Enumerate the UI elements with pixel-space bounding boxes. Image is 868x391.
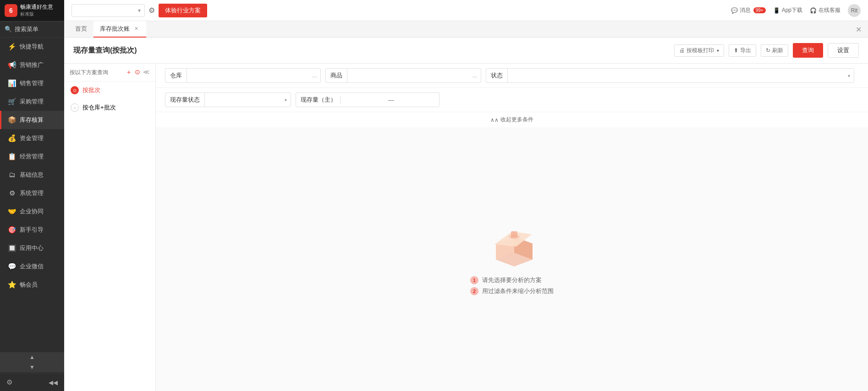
scheme-active-icon: ⊙ [71, 86, 79, 94]
stock-qty-field[interactable]: 现存量（主） — [296, 92, 439, 107]
sidebar-scroll-up[interactable]: ▲ [0, 352, 64, 362]
tab-close-icon[interactable]: ✕ [132, 25, 140, 33]
app-subtitle: 标准版 [20, 11, 53, 17]
sidebar-item-enterprise[interactable]: 🤝 企业协同 [0, 202, 64, 221]
sidebar-item-label: 基础信息 [20, 171, 44, 179]
product-filter-field[interactable]: 商品 ... [325, 68, 481, 83]
guide-icon: 🎯 [8, 226, 16, 234]
add-scheme-icon[interactable]: ＋ [126, 68, 132, 76]
empty-svg [489, 223, 539, 269]
app-download-btn[interactable]: 📱 App下载 [773, 6, 802, 14]
stock-status-field[interactable]: 现存量状态 ▾ [165, 92, 291, 107]
customer-service-btn[interactable]: 🎧 在线客服 [810, 6, 841, 14]
query-button[interactable]: 查询 [793, 43, 823, 58]
operation-icon: 📋 [8, 152, 16, 161]
sidebar-item-app-center[interactable]: 🔲 应用中心 [0, 239, 64, 257]
sidebar-item-label: 采购管理 [20, 98, 44, 106]
refresh-label: 刷新 [772, 47, 783, 54]
sidebar-item-sales[interactable]: 📊 销售管理 [0, 74, 64, 92]
sidebar-item-inventory[interactable]: 📦 库存核算 [0, 111, 64, 129]
scheme-by-batch[interactable]: ⊙ 按批次 [64, 81, 155, 99]
dropdown-arrow-icon: ▾ [138, 7, 141, 14]
sidebar-item-finance[interactable]: 💰 资金管理 [0, 129, 64, 147]
messages-badge: 99+ [753, 7, 766, 13]
app-title: 畅康通好生意 [20, 4, 53, 11]
print-dropdown-arrow[interactable]: ▾ [717, 48, 719, 53]
scheme-batch-label: 按批次 [82, 86, 100, 94]
sales-icon: 📊 [8, 79, 16, 87]
status-filter-label: 状态 [486, 69, 508, 82]
refresh-btn[interactable]: ↻ 刷新 [761, 44, 788, 57]
stock-status-label: 现存量状态 [165, 93, 205, 107]
sidebar-footer: ⚙ ◀◀ [0, 373, 64, 391]
status-dropdown-icon[interactable]: ▾ [844, 73, 854, 78]
try-industry-btn[interactable]: 体验行业方案 [159, 4, 207, 17]
export-btn[interactable]: ⬆ 导出 [729, 44, 756, 57]
wechat-icon: 💬 [8, 262, 16, 271]
sidebar-item-label: 系统管理 [20, 189, 44, 197]
sidebar-header: 6 畅康通好生意 标准版 [0, 0, 64, 22]
sidebar-item-guide[interactable]: 🎯 新手引导 [0, 221, 64, 239]
sidebar-nav: ⚡ 快捷导航 📢 营销推广 📊 销售管理 🛒 采购管理 📦 库存核算 💰 资金管… [0, 38, 64, 351]
sidebar-item-operation[interactable]: 📋 经营管理 [0, 147, 64, 166]
topbar-search[interactable]: ▾ [71, 4, 145, 17]
sidebar-item-quick-nav[interactable]: ⚡ 快捷导航 [0, 38, 64, 56]
status-input[interactable] [508, 72, 844, 79]
scheme-by-warehouse-batch[interactable]: ○ 按仓库+批次 [64, 99, 155, 116]
settings-button[interactable]: 设置 [828, 43, 859, 58]
sidebar-item-member[interactable]: ⭐ 畅会员 [0, 276, 64, 294]
tab-home[interactable]: 首页 [69, 21, 93, 38]
member-icon: ⭐ [8, 281, 16, 289]
user-profile-btn[interactable]: Rit [848, 4, 861, 17]
refresh-icon: ↻ [766, 47, 770, 54]
close-panel-icon[interactable]: ✕ [856, 25, 862, 33]
page-title: 现存量查询(按批次) [73, 46, 137, 55]
system-icon: ⚙ [8, 189, 16, 197]
product-input[interactable] [347, 72, 469, 79]
warehouse-input[interactable] [187, 72, 308, 79]
message-icon: 💬 [731, 7, 738, 14]
print-btn[interactable]: 🖨 按模板打印 ▾ [674, 44, 724, 57]
tab-inventory-batch[interactable]: 库存批次账 ✕ [93, 21, 146, 38]
settings-gear-icon[interactable]: ⚙ [148, 6, 155, 15]
warehouse-filter-field[interactable]: 仓库 ... [165, 68, 321, 83]
product-more-icon[interactable]: ... [469, 72, 481, 79]
sidebar-item-marketing[interactable]: 📢 营销推广 [0, 56, 64, 74]
qty-dash: — [388, 97, 394, 103]
search-icon: 🔍 [5, 26, 12, 33]
sidebar-search[interactable]: 🔍 搜索菜单 [0, 22, 64, 38]
sidebar-item-label: 新手引导 [20, 226, 44, 234]
sidebar-item-basic[interactable]: 🗂 基础信息 [0, 166, 64, 184]
status-filter-field[interactable]: 状态 ▾ [486, 68, 854, 83]
marketing-icon: 📢 [8, 61, 16, 69]
messages-btn[interactable]: 💬 消息 99+ [731, 6, 766, 14]
quick-nav-icon: ⚡ [8, 43, 16, 51]
stock-status-input[interactable] [205, 97, 281, 103]
app-logo: 6 [5, 4, 17, 17]
collapse-filters-btn[interactable]: ∧∧ 收起更多条件 [156, 112, 868, 127]
sidebar: 6 畅康通好生意 标准版 🔍 搜索菜单 ⚡ 快捷导航 📢 营销推广 📊 销售管理… [0, 0, 64, 391]
settings-scheme-icon[interactable]: ⊙ [135, 68, 140, 76]
sidebar-item-system[interactable]: ⚙ 系统管理 [0, 184, 64, 202]
collapse-panel-icon[interactable]: ≪ [143, 68, 150, 76]
sidebar-scroll-down[interactable]: ▼ [0, 362, 64, 372]
stock-qty-to-input[interactable] [398, 97, 434, 103]
warehouse-more-icon[interactable]: ... [308, 72, 320, 79]
stock-status-dropdown-icon[interactable]: ▾ [281, 98, 291, 103]
hint-num-2: 2 [470, 287, 478, 295]
sidebar-item-purchase[interactable]: 🛒 采购管理 [0, 92, 64, 111]
sidebar-item-label: 营销推广 [20, 61, 44, 69]
collapse-sidebar-icon[interactable]: ◀◀ [49, 379, 58, 386]
print-icon: 🖨 [679, 47, 685, 54]
stock-qty-label: 现存量（主） [301, 96, 341, 104]
product-filter-label: 商品 [326, 69, 347, 82]
download-icon: 📱 [773, 7, 780, 14]
enterprise-icon: 🤝 [8, 207, 16, 216]
sidebar-item-wechat[interactable]: 💬 企业微信 [0, 257, 64, 276]
sidebar-item-label: 畅会员 [20, 281, 38, 289]
hint-text-2: 用过滤条件来缩小分析范围 [482, 287, 554, 295]
sidebar-item-label: 经营管理 [20, 152, 44, 161]
right-panel: 仓库 ... 商品 ... 状态 ▾ [156, 64, 868, 391]
settings-footer-icon[interactable]: ⚙ [6, 378, 12, 386]
stock-qty-from-input[interactable] [348, 97, 385, 103]
